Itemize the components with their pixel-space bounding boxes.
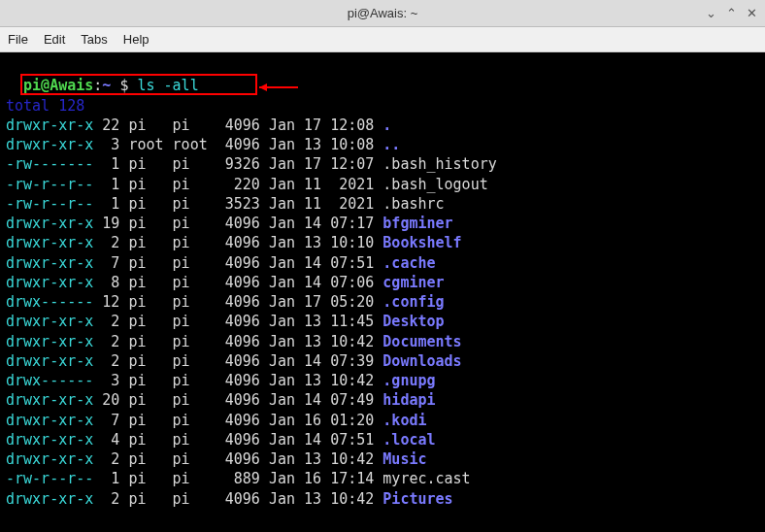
date: Jan 17 05:20 <box>269 293 374 311</box>
date: Jan 16 01:20 <box>269 412 374 429</box>
group: pi <box>173 313 208 330</box>
listing-row: drwxr-xr-x 7 pi pi 4096 Jan 14 07:51 .ca… <box>6 253 759 273</box>
listing-row: -rw-r--r-- 1 pi pi 220 Jan 11 2021 .bash… <box>6 175 759 194</box>
links: 1 <box>102 195 119 213</box>
links: 2 <box>102 234 119 251</box>
perms: -rw-r--r-- <box>6 176 93 193</box>
listing-row: drwxr-xr-x 2 pi pi 4096 Jan 13 10:42 Doc… <box>6 332 759 351</box>
prompt-line: pi@Awais:~ $ ls -all <box>23 76 199 95</box>
date: Jan 13 10:42 <box>269 450 374 468</box>
perms: drwx------ <box>6 293 93 311</box>
links: 3 <box>102 372 119 389</box>
minimize-icon[interactable]: ⌄ <box>706 6 716 20</box>
owner: pi <box>128 412 163 429</box>
links: 20 <box>102 391 119 409</box>
filename: Downloads <box>382 352 461 370</box>
owner: pi <box>128 333 163 350</box>
terminal-area[interactable]: pi@Awais:~ $ ls -all total 128 drwxr-xr-… <box>0 52 765 532</box>
prompt-colon: : <box>93 77 102 94</box>
filename: Bookshelf <box>382 234 461 251</box>
filename: Pictures <box>382 490 452 508</box>
group: pi <box>173 450 208 468</box>
group: pi <box>173 412 208 429</box>
size: 4096 <box>216 313 260 330</box>
group: pi <box>173 470 208 487</box>
owner: pi <box>128 470 163 487</box>
group: pi <box>173 431 208 449</box>
listing-row: drwxr-xr-x 2 pi pi 4096 Jan 14 07:39 Dow… <box>6 351 759 371</box>
group: pi <box>173 372 208 389</box>
size: 3523 <box>216 195 260 213</box>
perms: drwxr-xr-x <box>6 352 93 370</box>
owner: pi <box>128 176 163 193</box>
size: 4096 <box>216 412 260 429</box>
size: 4096 <box>216 450 260 468</box>
window-controls: ⌄ ⌃ ✕ <box>706 6 757 20</box>
listing-rows: drwxr-xr-x 22 pi pi 4096 Jan 17 12:08 .d… <box>6 116 759 509</box>
date: Jan 13 11:45 <box>269 313 374 330</box>
owner: pi <box>128 234 163 251</box>
filename: Music <box>382 450 426 468</box>
size: 4096 <box>216 490 260 508</box>
date: Jan 13 10:10 <box>269 234 374 251</box>
size: 4096 <box>216 352 260 370</box>
size: 4096 <box>216 274 260 291</box>
perms: drwxr-xr-x <box>6 333 93 350</box>
group: pi <box>173 234 208 251</box>
close-icon[interactable]: ✕ <box>747 6 757 20</box>
perms: -rw------- <box>6 155 93 173</box>
filename: .gnupg <box>382 372 435 389</box>
svg-marker-1 <box>259 83 267 91</box>
links: 4 <box>102 431 119 449</box>
date: Jan 11 2021 <box>269 195 374 213</box>
filename: .bash_history <box>382 155 496 173</box>
menu-tabs[interactable]: Tabs <box>81 32 107 47</box>
filename: Desktop <box>382 313 444 330</box>
prompt-command: ls -all <box>137 77 198 94</box>
filename: .bash_logout <box>382 176 487 193</box>
links: 12 <box>102 293 119 311</box>
menu-help[interactable]: Help <box>123 32 150 47</box>
listing-row: -rw-r--r-- 1 pi pi 889 Jan 16 17:14 myre… <box>6 469 759 488</box>
perms: drwxr-xr-x <box>6 391 93 409</box>
size: 4096 <box>216 333 260 350</box>
date: Jan 14 07:49 <box>269 391 374 409</box>
date: Jan 14 07:06 <box>269 274 374 291</box>
menubar: File Edit Tabs Help <box>0 27 765 52</box>
prompt-dollar: $ <box>111 77 137 94</box>
owner: pi <box>128 215 163 232</box>
owner: pi <box>128 274 163 291</box>
listing-row: drwxr-xr-x 7 pi pi 4096 Jan 16 01:20 .ko… <box>6 411 759 430</box>
perms: drwx------ <box>6 372 93 389</box>
filename: hidapi <box>382 391 435 409</box>
owner: pi <box>128 195 163 213</box>
maximize-icon[interactable]: ⌃ <box>726 6 737 20</box>
perms: drwxr-xr-x <box>6 136 93 153</box>
listing-row: drwxr-xr-x 3 root root 4096 Jan 13 10:08… <box>6 135 759 154</box>
date: Jan 17 12:08 <box>269 116 374 134</box>
size: 4096 <box>216 431 260 449</box>
perms: drwxr-xr-x <box>6 234 93 251</box>
links: 2 <box>102 333 119 350</box>
filename: bfgminer <box>382 215 452 232</box>
group: pi <box>173 254 208 272</box>
owner: root <box>128 136 163 153</box>
listing-row: drwx------ 3 pi pi 4096 Jan 13 10:42 .gn… <box>6 371 759 390</box>
links: 2 <box>102 450 119 468</box>
links: 2 <box>102 313 119 330</box>
menu-file[interactable]: File <box>8 32 28 47</box>
listing-row: -rw-r--r-- 1 pi pi 3523 Jan 11 2021 .bas… <box>6 194 759 214</box>
listing-row: drwxr-xr-x 19 pi pi 4096 Jan 14 07:17 bf… <box>6 214 759 233</box>
perms: drwxr-xr-x <box>6 450 93 468</box>
owner: pi <box>128 293 163 311</box>
perms: drwxr-xr-x <box>6 274 93 291</box>
perms: drwxr-xr-x <box>6 490 93 508</box>
date: Jan 13 10:42 <box>269 372 374 389</box>
menu-edit[interactable]: Edit <box>44 32 65 47</box>
perms: -rw-r--r-- <box>6 470 93 487</box>
group: pi <box>173 391 208 409</box>
owner: pi <box>128 490 163 508</box>
filename: Documents <box>382 333 461 350</box>
perms: drwxr-xr-x <box>6 116 93 134</box>
group: pi <box>173 155 208 173</box>
